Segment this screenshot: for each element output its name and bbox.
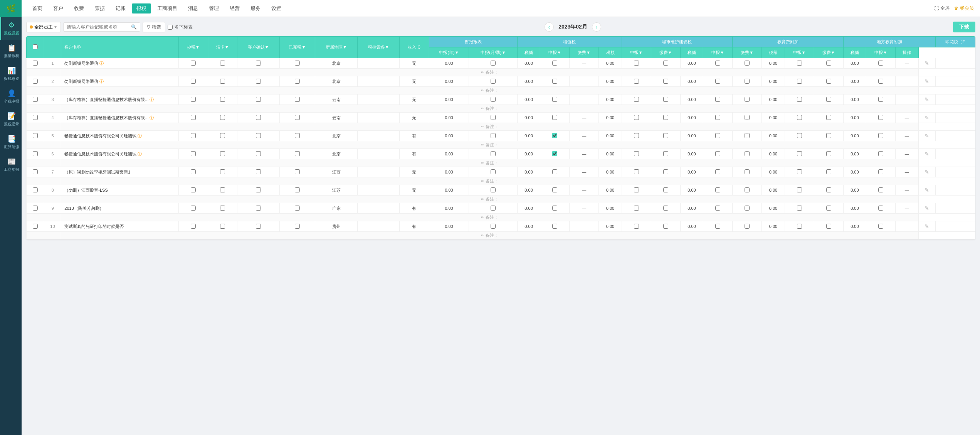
nav-message[interactable]: 消息 <box>183 3 203 13</box>
nav-accounting[interactable]: 记账 <box>111 3 130 13</box>
sidebar-item-piliangbaoshui[interactable]: 📋 批量报税 <box>0 40 22 62</box>
yh-shen-checkbox[interactable] <box>878 187 883 192</box>
zz-shen-checkbox[interactable] <box>552 115 557 120</box>
df-jiao-checkbox[interactable] <box>826 151 831 156</box>
jy-shen-checkbox[interactable] <box>715 206 720 211</box>
edit-icon[interactable]: ✎ <box>925 96 929 103</box>
yh-shen-checkbox[interactable] <box>878 224 883 229</box>
sidebar-item-baoshuishezhi[interactable]: ⚙ 报税设置 <box>0 17 22 40</box>
sidebar-item-baoshuizonglan[interactable]: 📊 报税总览 <box>0 62 22 85</box>
row-edit-btn[interactable]: ✎ <box>918 221 935 232</box>
row-checkbox[interactable] <box>33 206 38 211</box>
cs-shen-checkbox[interactable] <box>634 115 639 120</box>
zz-shen-checkbox[interactable] <box>552 224 557 229</box>
cs-shen-checkbox[interactable] <box>634 61 639 66</box>
caiwu-month-checkbox[interactable] <box>491 169 496 174</box>
queren-checkbox[interactable] <box>256 187 261 192</box>
row-checkbox[interactable] <box>33 169 38 174</box>
row-edit-btn[interactable]: ✎ <box>918 149 935 159</box>
label-button[interactable]: 名下标表 <box>168 24 193 30</box>
queren-checkbox[interactable] <box>256 151 261 156</box>
app-logo[interactable]: 🌿 <box>0 0 22 17</box>
jy-shen-checkbox[interactable] <box>715 169 720 174</box>
jy-jiao-checkbox[interactable] <box>745 133 750 138</box>
queren-checkbox[interactable] <box>256 79 261 84</box>
caiwu-month-checkbox[interactable] <box>491 224 496 229</box>
wanshui-checkbox[interactable] <box>295 79 300 84</box>
caiwu-month-checkbox[interactable] <box>491 133 496 138</box>
queren-checkbox[interactable] <box>256 169 261 174</box>
label-checkbox[interactable] <box>168 25 173 30</box>
row-checkbox[interactable] <box>33 79 38 84</box>
qingka-checkbox[interactable] <box>220 187 225 192</box>
caiwu-month-checkbox[interactable] <box>491 97 496 102</box>
df-jiao-checkbox[interactable] <box>826 169 831 174</box>
cs-jiao-checkbox[interactable] <box>663 97 668 102</box>
wanshui-checkbox[interactable] <box>295 61 300 66</box>
vip-button[interactable]: ♛ 畅会员 <box>954 5 974 12</box>
qingka-checkbox[interactable] <box>220 169 225 174</box>
wanshui-checkbox[interactable] <box>295 151 300 156</box>
jy-jiao-checkbox[interactable] <box>745 79 750 84</box>
nav-home[interactable]: 首页 <box>28 3 47 13</box>
next-month-button[interactable]: › <box>592 22 601 32</box>
jy-shen-checkbox[interactable] <box>715 187 720 192</box>
queren-checkbox[interactable] <box>256 97 261 102</box>
edit-icon[interactable]: ✎ <box>925 115 929 121</box>
df-shen-checkbox[interactable] <box>797 224 802 229</box>
cs-jiao-checkbox[interactable] <box>663 187 668 192</box>
row-checkbox[interactable] <box>33 115 38 120</box>
zz-shen-checkbox[interactable] <box>552 206 557 211</box>
qingka-checkbox[interactable] <box>220 151 225 156</box>
edit-icon[interactable]: ✎ <box>925 205 929 211</box>
df-jiao-checkbox[interactable] <box>826 61 831 66</box>
edit-icon[interactable]: ✎ <box>925 151 929 157</box>
row-edit-btn[interactable]: ✎ <box>918 185 935 196</box>
df-jiao-checkbox[interactable] <box>826 133 831 138</box>
chaoshui-checkbox[interactable] <box>191 169 196 174</box>
row-edit-btn[interactable]: ✎ <box>918 76 935 87</box>
queren-checkbox[interactable] <box>256 224 261 229</box>
cs-jiao-checkbox[interactable] <box>663 61 668 66</box>
chaoshui-checkbox[interactable] <box>191 224 196 229</box>
chaoshui-checkbox[interactable] <box>191 79 196 84</box>
zz-shen-checkbox[interactable] <box>552 169 557 174</box>
jy-jiao-checkbox[interactable] <box>745 224 750 229</box>
row-checkbox[interactable] <box>33 61 38 66</box>
wanshui-checkbox[interactable] <box>295 169 300 174</box>
wanshui-checkbox[interactable] <box>295 224 300 229</box>
chaoshui-checkbox[interactable] <box>191 187 196 192</box>
jy-shen-checkbox[interactable] <box>715 97 720 102</box>
jy-shen-checkbox[interactable] <box>715 151 720 156</box>
caiwu-month-checkbox[interactable] <box>491 61 496 66</box>
df-jiao-checkbox[interactable] <box>826 187 831 192</box>
row-edit-btn[interactable]: ✎ <box>918 167 935 177</box>
df-shen-checkbox[interactable] <box>797 187 802 192</box>
nav-tax[interactable]: 报税 <box>132 3 151 13</box>
caiwu-month-checkbox[interactable] <box>491 206 496 211</box>
df-jiao-checkbox[interactable] <box>826 206 831 211</box>
jy-shen-checkbox[interactable] <box>715 133 720 138</box>
jy-shen-checkbox[interactable] <box>715 61 720 66</box>
yh-shen-checkbox[interactable] <box>878 133 883 138</box>
row-checkbox[interactable] <box>33 151 38 156</box>
caiwu-month-checkbox[interactable] <box>491 79 496 84</box>
wanshui-checkbox[interactable] <box>295 97 300 102</box>
zz-shen-checkbox[interactable] <box>552 187 557 192</box>
df-shen-checkbox[interactable] <box>797 97 802 102</box>
row-edit-btn[interactable]: ✎ <box>918 94 935 105</box>
row-edit-btn[interactable]: ✎ <box>918 131 935 141</box>
nav-service[interactable]: 服务 <box>246 3 265 13</box>
nav-invoice[interactable]: 票据 <box>90 3 109 13</box>
df-shen-checkbox[interactable] <box>797 79 802 84</box>
zz-shen-checkbox[interactable] <box>552 133 557 138</box>
jy-jiao-checkbox[interactable] <box>745 97 750 102</box>
sidebar-item-geshui[interactable]: 👤 个税申报 <box>0 85 22 108</box>
chaoshui-checkbox[interactable] <box>191 206 196 211</box>
df-shen-checkbox[interactable] <box>797 133 802 138</box>
df-shen-checkbox[interactable] <box>797 61 802 66</box>
nav-commerce[interactable]: 工商项目 <box>153 3 182 13</box>
yh-shen-checkbox[interactable] <box>878 79 883 84</box>
qingka-checkbox[interactable] <box>220 115 225 120</box>
yh-shen-checkbox[interactable] <box>878 206 883 211</box>
